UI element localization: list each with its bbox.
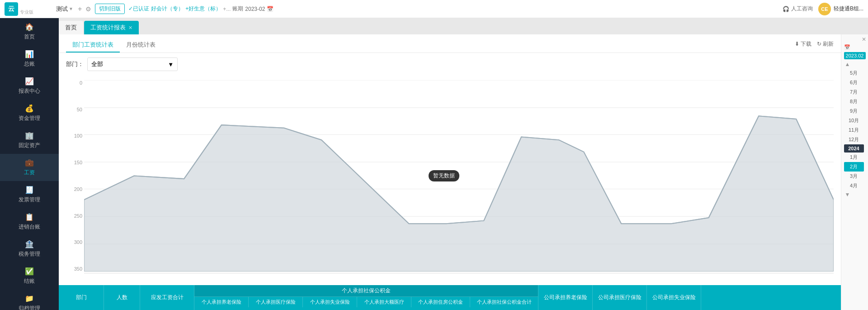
tab-bar: 首页 工资统计报表 ✕ xyxy=(59,18,868,34)
sidebar-item-label-salary: 工资 xyxy=(24,169,35,176)
rp-month-3[interactable]: 3月 xyxy=(844,172,864,181)
rp-month-4[interactable]: 4月 xyxy=(844,181,864,191)
rp-month-12[interactable]: 12月 xyxy=(844,135,864,144)
salary-icon: 💼 xyxy=(25,158,34,167)
chart-area-fill xyxy=(84,116,834,272)
sidebar-item-invoice-management[interactable]: 🧾 发票管理 xyxy=(0,181,59,208)
human-consult-btn[interactable]: 🎧 人工咨询 xyxy=(783,5,813,13)
right-panel-year: 2023.02 xyxy=(844,52,866,59)
add-icon[interactable]: + xyxy=(78,5,82,13)
table-header: 部门 人数 应发工资合计 个人承担社保公积金 个人承担养老保险 个人承担医疗保险 xyxy=(59,285,841,310)
rp-month-6[interactable]: 6月 xyxy=(844,78,864,87)
sidebar-item-home[interactable]: 🏠 首页 xyxy=(0,18,59,45)
th-group-personal-header: 个人承担社保公积金 xyxy=(194,285,538,297)
chevron-down-icon[interactable]: ▼ xyxy=(69,6,73,11)
th-personal-medical: 个人承担医疗保险 xyxy=(249,297,303,307)
th-group-personal: 个人承担社保公积金 个人承担养老保险 个人承担医疗保险 个人承担失业保险 个人承… xyxy=(194,285,538,310)
rp-month-9[interactable]: 9月 xyxy=(844,106,864,116)
sales-ledger-icon: 📋 xyxy=(25,213,34,221)
headset-icon: 🎧 xyxy=(783,6,789,12)
y-label-250: 250 xyxy=(66,213,84,219)
tab-salary-report[interactable]: 工资统计报表 ✕ xyxy=(84,21,139,34)
app-title: 畅捷通好会计 专业版 xyxy=(20,2,52,15)
dept-select[interactable]: 全部 ▼ xyxy=(87,57,178,71)
tag-good-business: +好生意（标） xyxy=(185,5,221,13)
tag-good-account: 好会计（专） xyxy=(151,5,184,13)
th-company-unemployment-label: 公司承担失业保险 xyxy=(652,294,696,301)
calendar-icon[interactable]: 📅 xyxy=(267,6,274,12)
rp-month-11[interactable]: 11月 xyxy=(844,125,864,135)
fund-management-icon: 💰 xyxy=(25,104,34,113)
refresh-icon: ↻ xyxy=(817,41,821,47)
switch-btn[interactable]: 切到旧版 xyxy=(95,4,125,14)
y-label-350: 350 xyxy=(66,266,84,272)
sidebar-item-label-fund-management: 资金管理 xyxy=(19,114,40,122)
sidebar-item-settlement[interactable]: ✅ 结账 xyxy=(0,262,59,290)
settings-icon[interactable]: ⚙ xyxy=(85,5,91,13)
general-ledger-icon: 📊 xyxy=(25,50,34,58)
archive-management-icon: 📁 xyxy=(25,294,34,303)
sidebar-item-label-tax-management: 税务管理 xyxy=(19,250,40,258)
human-consult-label: 人工咨询 xyxy=(791,5,813,13)
rp-month-1[interactable]: 1月 xyxy=(844,153,864,162)
chart-svg xyxy=(84,80,834,272)
download-btn[interactable]: ⬇ 下载 xyxy=(795,40,811,48)
tag-period-value: 2023-02 xyxy=(245,6,265,12)
content-area: 首页 工资统计报表 ✕ 部门工资统计表 月份统计表 xyxy=(59,18,868,310)
th-company-unemployment: 公司承担失业保险 xyxy=(647,285,701,310)
right-panel-top: 📅 2023.02 ▲ 5月 6月 7月 8月 9月 10月 11月 12月 2… xyxy=(844,44,866,199)
top-header: 云 畅捷通好会计 专业版 测试 ▼ + ⚙ 切到旧版 ✓已认证 好会计（专） +… xyxy=(0,0,868,18)
refresh-btn[interactable]: ↻ 刷新 xyxy=(817,40,834,48)
sidebar-item-report-center[interactable]: 📈 报表中心 xyxy=(0,72,59,100)
tab-close-icon[interactable]: ✕ xyxy=(128,25,132,31)
th-dept: 部门 xyxy=(59,285,104,310)
sidebar-item-tax-management[interactable]: 🏦 税务管理 xyxy=(0,235,59,262)
refresh-label: 刷新 xyxy=(823,40,834,48)
status-tags: ✓已认证 好会计（专） +好生意（标） +... 账期 2023-02 📅 xyxy=(128,5,274,13)
rp-arrow-down[interactable]: ▼ xyxy=(844,191,866,199)
sidebar-item-label-home: 首页 xyxy=(24,33,35,41)
report-center-icon: 📈 xyxy=(25,77,34,86)
download-label: 下载 xyxy=(801,40,811,48)
th-personal-housing-fund: 个人承担住房公积金 xyxy=(411,297,470,307)
sub-tab-bar: 部门工资统计表 月份统计表 ⬇ 下载 ↻ 刷新 xyxy=(59,34,841,53)
download-icon: ⬇ xyxy=(795,41,799,47)
inner-with-panel: 部门工资统计表 月份统计表 ⬇ 下载 ↻ 刷新 xyxy=(59,34,868,310)
tab-home[interactable]: 首页 xyxy=(59,21,83,34)
invoice-management-icon: 🧾 xyxy=(25,186,34,194)
chart-svg-area: 暂无数据 xyxy=(84,80,834,281)
tag-more: +... xyxy=(223,6,231,12)
right-panel-header: 📅 xyxy=(844,44,866,50)
th-personal-total: 个人承担社保公积金合计 xyxy=(470,297,538,307)
sub-tab-monthly-salary[interactable]: 月份统计表 xyxy=(120,38,162,52)
sidebar-item-fixed-assets[interactable]: 🏢 固定资产 xyxy=(0,127,59,154)
sidebar-item-general-ledger[interactable]: 📊 总账 xyxy=(0,45,59,72)
sub-tab-dept-salary[interactable]: 部门工资统计表 xyxy=(66,38,120,52)
header-actions: + ⚙ 切到旧版 ✓已认证 好会计（专） +好生意（标） +... 账期 202… xyxy=(78,4,274,14)
th-payable-salary: 应发工资合计 xyxy=(140,285,194,310)
tag-period-label: 账期 xyxy=(232,5,243,13)
sidebar-item-label-fixed-assets: 固定资产 xyxy=(19,142,40,149)
sidebar-item-archive-management[interactable]: 📁 归档管理 xyxy=(0,290,59,310)
chart-wrapper: 350 300 250 200 150 100 50 0 xyxy=(66,80,834,281)
sidebar-item-fund-management[interactable]: 💰 资金管理 xyxy=(0,100,59,127)
sidebar: 🏠 首页 📊 总账 📈 报表中心 💰 资金管理 🏢 固定资产 💼 工资 🧾 发票… xyxy=(0,18,59,310)
sidebar-item-salary[interactable]: 💼 工资 xyxy=(0,154,59,181)
th-personal-unemployment: 个人承担失业保险 xyxy=(303,297,357,307)
sidebar-item-label-sales-ledger: 进销台账 xyxy=(19,223,40,231)
user-info[interactable]: CE 轻捷通B组... xyxy=(818,3,863,15)
rp-month-7[interactable]: 7月 xyxy=(844,87,864,97)
sidebar-item-sales-ledger[interactable]: 📋 进销台账 xyxy=(0,208,59,235)
right-panel-close-btn[interactable]: ✕ xyxy=(862,36,866,43)
th-headcount-label: 人数 xyxy=(117,294,127,301)
rp-month-8[interactable]: 8月 xyxy=(844,97,864,106)
main-layout: 🏠 首页 📊 总账 📈 报表中心 💰 资金管理 🏢 固定资产 💼 工资 🧾 发票… xyxy=(0,18,868,310)
rp-month-2[interactable]: 2月 xyxy=(844,162,864,172)
rp-arrow-up[interactable]: ▲ xyxy=(844,60,866,68)
th-company-pension: 公司承担养老保险 xyxy=(538,285,593,310)
rp-month-5[interactable]: 5月 xyxy=(844,68,864,78)
th-headcount: 人数 xyxy=(104,285,140,310)
y-label-0: 0 xyxy=(66,80,84,86)
rp-month-10[interactable]: 10月 xyxy=(844,116,864,125)
th-personal-pension: 个人承担养老保险 xyxy=(194,297,249,307)
